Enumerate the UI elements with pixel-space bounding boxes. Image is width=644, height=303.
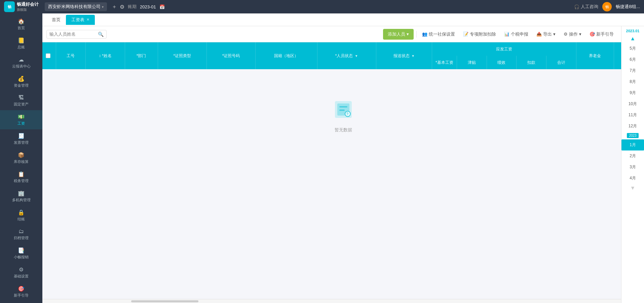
status-filter-icon[interactable]: ▼ — [355, 54, 358, 58]
expense-icon: 📑 — [18, 247, 25, 254]
month-item-5[interactable]: 5月 — [621, 43, 644, 54]
month-item-4[interactable]: 4月 — [621, 173, 644, 184]
social-icon: 👥 — [422, 32, 427, 37]
sidebar-item-fund[interactable]: 💰 资金管理 — [0, 72, 42, 91]
deduct-settings-button[interactable]: 📝 专项附加扣除 — [460, 30, 499, 39]
tab-salary[interactable]: 工资表 ✕ — [66, 15, 95, 25]
sidebar-item-cloud[interactable]: ☁ 云报表中心 — [0, 53, 42, 72]
empty-icon: ? — [330, 96, 357, 123]
top-bar: 畅 畅通好会计 旗舰版 西安虾米网络科技有限公司 ▾ ＋ ⚙ 账期 2023-0… — [0, 0, 644, 13]
select-all-checkbox[interactable] — [46, 53, 50, 58]
sidebar-item-close[interactable]: 🔒 结账 — [0, 206, 42, 225]
logo-text: 畅通好会计 — [17, 1, 39, 7]
sidebar-item-settings[interactable]: ⚙ 基础设置 — [0, 263, 42, 282]
empty-text: 暂无数据 — [335, 127, 352, 133]
export-icon: 📤 — [536, 32, 542, 37]
deduct-icon: 📝 — [463, 32, 468, 37]
newbie-guide-button[interactable]: 🎯 新手引导 — [587, 30, 616, 39]
sidebar-item-member[interactable]: 👑 畅会员 — [0, 301, 42, 303]
month-item-9[interactable]: 9月 — [621, 87, 644, 98]
logo-sub: 旗舰版 — [17, 7, 39, 12]
tax-icon: 📋 — [18, 171, 25, 177]
sidebar-item-salary[interactable]: 💵 工资 — [0, 110, 42, 129]
th-idtype: *证照类型 — [158, 42, 206, 69]
th-country: 国籍（地区） — [256, 42, 317, 69]
social-settings-button[interactable]: 👥 统一社保设置 — [419, 30, 458, 39]
month-picker-panel: 2023.01 ▲ 5月 6月 7月 8月 9月 10月 11月 12月 202… — [621, 26, 644, 303]
salary-table: 工号 ↕ *姓名 *部门 *证照类型 *证照号码 国籍（地区） — [42, 42, 644, 69]
divider — [416, 31, 417, 38]
search-input[interactable] — [49, 32, 97, 37]
main-content: 🔍 添加人员 ▾ 👥 统一社保设置 📝 — [42, 26, 644, 303]
th-report: 报送状态 ▼ — [376, 42, 432, 69]
operate-button[interactable]: ⚙ 操作 ▾ — [561, 30, 584, 39]
month-item-7[interactable]: 7月 — [621, 65, 644, 76]
search-box: 🔍 — [46, 30, 107, 39]
service-button[interactable]: 🎧 人工咨询 — [574, 4, 598, 10]
month-item-8[interactable]: 8月 — [621, 76, 644, 87]
dropdown-arrow-icon: ▾ — [407, 32, 409, 37]
assets-icon: 🏗 — [18, 95, 24, 101]
company-selector[interactable]: 西安虾米网络科技有限公司 ▾ — [45, 2, 107, 11]
sidebar-item-tax[interactable]: 📋 税务管理 — [0, 168, 42, 187]
th-performance: 绩效 — [487, 56, 517, 69]
table-container: 工号 ↕ *姓名 *部门 *证照类型 *证照号码 国籍（地区） — [42, 42, 644, 299]
month-next-icon[interactable]: ▼ — [629, 184, 637, 192]
th-id: 工号 — [56, 42, 86, 69]
th-allowance: 津贴 — [457, 56, 487, 69]
settings-sidebar-icon: ⚙ — [19, 266, 24, 273]
tab-home[interactable]: 首页 — [46, 15, 66, 25]
add-company-button[interactable]: ＋ — [112, 3, 117, 10]
invoice-icon: 🧾 — [18, 133, 25, 139]
fund-icon: 💰 — [18, 76, 25, 82]
sidebar-item-archive[interactable]: 🗂 归档管理 — [0, 225, 42, 244]
tax-report-button[interactable]: 📊 个税申报 — [501, 30, 531, 39]
inventory-icon: 📦 — [18, 152, 25, 158]
report-filter-icon[interactable]: ▼ — [411, 54, 415, 58]
month-item-10[interactable]: 10月 — [621, 98, 644, 110]
th-deduct: 扣款 — [517, 56, 546, 69]
month-item-2[interactable]: 2月 — [621, 150, 644, 162]
salary-icon: 💵 — [18, 114, 25, 120]
sidebar-item-assets[interactable]: 🏗 固定资产 — [0, 91, 42, 110]
settings-button[interactable]: ⚙ — [120, 4, 124, 10]
th-pension: 养老金 — [576, 42, 614, 69]
month-item-3[interactable]: 3月 — [621, 162, 644, 173]
period-label: 账期 — [128, 4, 137, 10]
period-display: 2023.01 — [626, 28, 640, 34]
month-item-6[interactable]: 6月 — [621, 54, 644, 65]
sidebar-item-guide[interactable]: 🎯 新手引导 — [0, 282, 42, 301]
tab-bar: 首页 工资表 ✕ — [42, 13, 644, 26]
guide-icon: 🎯 — [18, 286, 25, 292]
cloud-icon: ☁ — [18, 56, 24, 63]
sidebar-item-ledger[interactable]: 📒 总账 — [0, 34, 42, 53]
home-icon: 🏠 — [18, 18, 25, 25]
month-item-12[interactable]: 12月 — [621, 121, 644, 132]
sidebar-item-multi[interactable]: 🏢 多机构管理 — [0, 187, 42, 206]
company-name: 西安虾米网络科技有限公司 — [48, 4, 101, 10]
sidebar-item-invoice[interactable]: 🧾 发票管理 — [0, 129, 42, 148]
month-item-1[interactable]: 1月 — [621, 139, 644, 150]
close-period-icon: 🔒 — [18, 209, 25, 216]
add-person-button[interactable]: 添加人员 ▾ — [383, 29, 414, 40]
th-checkbox — [42, 42, 56, 69]
export-arrow-icon: ▾ — [553, 32, 556, 37]
scrollbar-thumb[interactable] — [131, 300, 198, 302]
sidebar-item-home[interactable]: 🏠 首页 — [0, 15, 42, 34]
calendar-icon[interactable]: 📅 — [159, 4, 165, 9]
th-salary-group: 应发工资 — [432, 42, 576, 56]
guide-toolbar-icon: 🎯 — [590, 32, 595, 37]
export-button[interactable]: 📤 导出 ▾ — [534, 30, 558, 39]
content-area: 首页 工资表 ✕ 🔍 添加人员 — [42, 13, 644, 303]
tab-close-icon[interactable]: ✕ — [86, 17, 89, 22]
month-item-11[interactable]: 11月 — [621, 110, 644, 121]
month-prev-icon[interactable]: ▲ — [629, 34, 637, 43]
chevron-down-icon: ▾ — [102, 5, 104, 9]
archive-icon: 🗂 — [18, 228, 24, 234]
ledger-icon: 📒 — [18, 37, 25, 44]
top-actions: ＋ ⚙ — [112, 3, 124, 10]
content-wrapper: 🔍 添加人员 ▾ 👥 统一社保设置 📝 — [42, 26, 644, 303]
user-name: 畅捷通B组... — [616, 4, 640, 10]
sidebar-item-inventory[interactable]: 📦 库存核算 — [0, 148, 42, 168]
sidebar-item-expense[interactable]: 📑 小畅报销 — [0, 244, 42, 263]
